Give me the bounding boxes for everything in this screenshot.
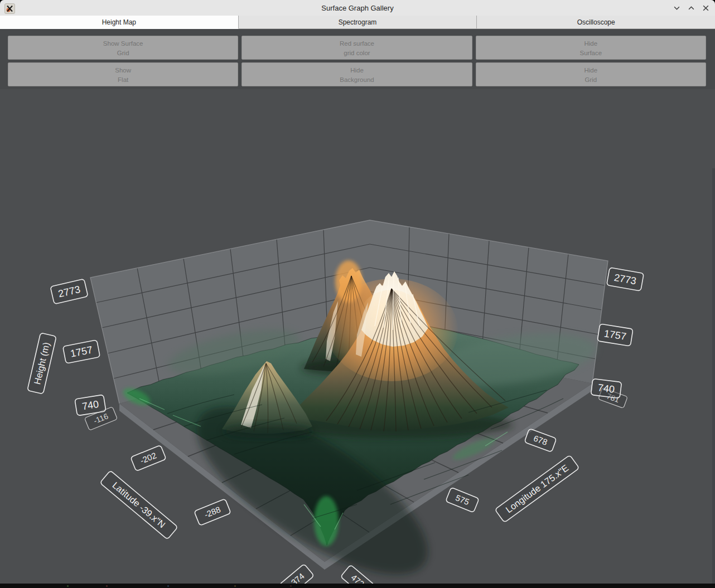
tab-oscilloscope[interactable]: Oscilloscope	[477, 16, 715, 29]
hide-surface-button[interactable]: HideSurface	[476, 36, 706, 60]
tab-spectrogram[interactable]: Spectrogram	[239, 16, 477, 29]
surface-plot-canvas[interactable]: -116 781 2773 1757 740 Height (m) 2773	[0, 29, 715, 584]
app-window: Surface Graph Gallery Height Map Spectro…	[0, 0, 715, 588]
window-controls	[672, 0, 711, 16]
tab-bar: Height Map Spectrogram Oscilloscope	[0, 16, 715, 29]
red-surface-grid-color-button[interactable]: Red surfacegrid color	[241, 36, 472, 60]
titlebar: Surface Graph Gallery	[0, 0, 715, 16]
toolbar: Show SurfaceGrid Red surfacegrid color H…	[8, 36, 706, 86]
close-button x-icon[interactable]	[701, 3, 711, 13]
height-tick-740-right: 740	[591, 378, 621, 398]
maximize-button chevron-up-icon[interactable]	[687, 3, 696, 13]
tab-height-map[interactable]: Height Map	[0, 16, 239, 29]
taskbar-sliver	[0, 584, 715, 588]
minimize-button chevron-down-icon[interactable]	[672, 3, 682, 13]
svg-text:740: 740	[597, 382, 615, 395]
window-title: Surface Graph Gallery	[0, 4, 715, 12]
hide-background-button[interactable]: HideBackground	[241, 62, 472, 86]
hide-grid-button[interactable]: HideGrid	[476, 62, 706, 86]
height-map-pane: Show SurfaceGrid Red surfacegrid color H…	[0, 29, 715, 584]
show-flat-button[interactable]: ShowFlat	[8, 62, 238, 86]
show-surface-grid-button[interactable]: Show SurfaceGrid	[8, 36, 238, 60]
background-window-edge	[712, 168, 715, 584]
